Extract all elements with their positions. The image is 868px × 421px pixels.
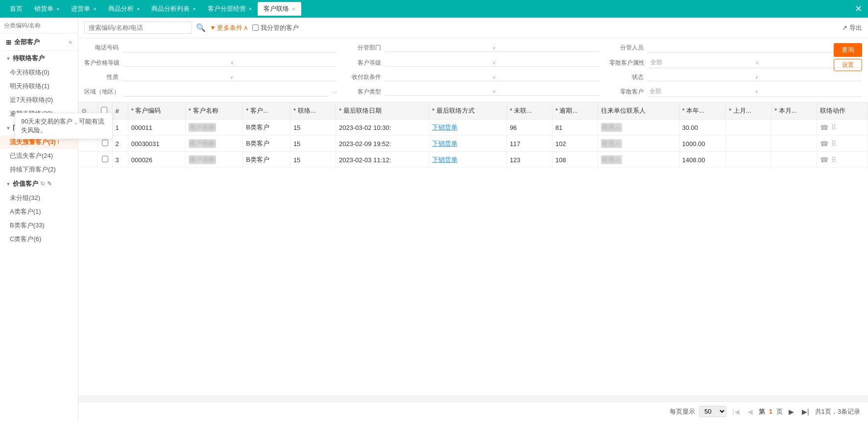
tab-customer-layer-close[interactable]: ×	[249, 6, 252, 12]
table-row: 1 000011 客户名称 B类客户 15 2023-03-02 10:30: …	[78, 120, 868, 136]
sidebar-item-ungroup[interactable]: 未分组(32)	[0, 191, 78, 205]
customer-type-label: 客户类型	[347, 88, 381, 96]
tab-product-list[interactable]: 商品分析列表 ×	[145, 2, 201, 16]
zero-customer-arrow: ∨	[755, 89, 860, 94]
tab-purchase[interactable]: 进货单 ×	[65, 2, 102, 16]
sidebar-collapse-icon[interactable]: «	[69, 39, 72, 46]
action-contact-icon-0[interactable]: ☎	[820, 124, 828, 131]
filter-row-customer-type: 客户类型 ∨	[347, 86, 600, 97]
filter-icon: ▼	[210, 24, 216, 31]
row-not-contacted-1: 117	[506, 136, 552, 152]
action-contact-icon-2[interactable]: ☎	[820, 156, 828, 164]
value-section-refresh-icon[interactable]: ↻	[40, 180, 45, 187]
value-section-edit-icon[interactable]: ✎	[47, 180, 52, 187]
sidebar-search-input[interactable]	[4, 22, 77, 29]
row-last-month-2	[726, 152, 772, 168]
status-arrow: ∨	[755, 74, 860, 80]
sidebar-item-tomorrow[interactable]: 明天待联络(1)	[0, 79, 78, 93]
nature-label: 性质	[84, 73, 119, 81]
th-not-contacted: * 未联...	[506, 102, 552, 120]
payment-select[interactable]: ∨	[385, 74, 600, 81]
region-input[interactable]	[123, 87, 328, 97]
page-size-select[interactable]: 50 100 200	[699, 406, 726, 417]
tab-sales-close[interactable]: ×	[56, 6, 59, 12]
my-customers-checkbox[interactable]	[252, 25, 259, 31]
row-last-date-0: 2023-03-02 10:30:	[336, 120, 429, 136]
sidebar-item-class-c[interactable]: C类客户(6)	[0, 232, 78, 246]
row-settings-2	[78, 152, 97, 168]
tab-customer-contact-close[interactable]: ×	[292, 6, 295, 12]
sidebar-item-7days[interactable]: 近7天待联络(0)	[0, 93, 78, 107]
last-page-button[interactable]: ▶|	[800, 407, 811, 417]
row-not-contacted-0: 96	[506, 120, 552, 136]
filter-row-payment: 收付款条件 ∨	[347, 73, 600, 81]
tab-purchase-close[interactable]: ×	[93, 6, 96, 12]
query-button[interactable]: 查询	[834, 43, 862, 57]
pending-collapse-arrow: ▼	[6, 56, 11, 61]
tab-product-analysis-label: 商品分析	[108, 4, 134, 13]
filter-row-phone: 电话号码	[84, 43, 337, 52]
pending-section-title: 待联络客户	[13, 54, 45, 63]
section-header-pending[interactable]: ▼ 待联络客户	[0, 51, 78, 66]
nature-select[interactable]: ∨	[122, 74, 337, 81]
filter-row-region: 区域（地区） ···	[84, 86, 337, 97]
sidebar-search-bar: 🔍	[0, 18, 78, 34]
tab-product-analysis-close[interactable]: ×	[137, 6, 140, 12]
region-dots[interactable]: ···	[332, 88, 337, 96]
tab-product-list-close[interactable]: ×	[193, 6, 195, 12]
customer-level-select[interactable]: ∨	[385, 59, 600, 67]
customer-table: ⚙ # * 客户编码 * 客户名称 * 客户... * 联络... * 最后联络…	[78, 102, 868, 168]
window-close-button[interactable]: ✕	[853, 1, 864, 16]
row-code-2: 000026	[128, 152, 185, 168]
row-last-method-2: 下销货单	[429, 152, 506, 168]
row-code-1: 00030031	[128, 136, 185, 152]
price-level-label: 客户价格等级	[84, 59, 120, 67]
customer-type-select[interactable]: ∨	[385, 88, 600, 96]
filter-search-input[interactable]	[84, 22, 192, 34]
tab-product-analysis[interactable]: 商品分析 ×	[102, 2, 145, 16]
value-section-title: 价值客户	[13, 179, 38, 188]
status-select[interactable]: ∨	[648, 74, 862, 81]
person-input[interactable]	[648, 43, 853, 52]
sidebar-item-declining[interactable]: 持续下滑客户(2)	[0, 163, 78, 176]
horizontal-scrollbar[interactable]	[78, 396, 868, 401]
tab-customer-contact[interactable]: 客户联络 ×	[258, 2, 301, 16]
action-more-icon-2[interactable]: ⠿	[831, 156, 836, 164]
row-select-2[interactable]	[102, 156, 108, 162]
action-more-icon-1[interactable]: ⠿	[831, 140, 836, 148]
sidebar-all-customers[interactable]: ⊞ 全部客户 «	[0, 34, 78, 51]
zero-customer-label: 零散客户	[609, 88, 644, 96]
zero-customer-select[interactable]: 全部 ∨	[648, 86, 862, 97]
tab-purchase-label: 进货单	[71, 4, 90, 13]
filter-more-button[interactable]: ▼ 更多条件 ∧	[210, 24, 248, 32]
tab-home[interactable]: 首页	[4, 2, 28, 16]
phone-input[interactable]	[122, 43, 337, 52]
grid-icon: ⊞	[6, 39, 11, 46]
dept-select[interactable]: ∨	[385, 44, 600, 52]
next-page-button[interactable]: ▶	[787, 407, 796, 417]
price-level-arrow: ∨	[230, 60, 335, 65]
page-total: 共1页，3条记录	[815, 407, 860, 416]
prev-page-button[interactable]: ◀	[746, 407, 755, 417]
zero-attr-select[interactable]: 全部 ∨	[649, 57, 862, 68]
sidebar-item-today[interactable]: 今天待联络(0)	[0, 66, 78, 79]
tab-customer-layer[interactable]: 客户分层经营 ×	[202, 2, 258, 16]
dept-arrow: ∨	[492, 45, 598, 50]
sidebar-item-churned[interactable]: 已流失客户(24)	[0, 149, 78, 163]
row-overdue-2: 108	[552, 152, 598, 168]
zero-attr-label: 零散客户属性	[609, 59, 645, 67]
price-level-select[interactable]: ∨	[123, 59, 337, 67]
section-header-value[interactable]: ▼ 价值客户 ↻ ✎	[0, 176, 78, 191]
action-more-icon-0[interactable]: ⠿	[831, 124, 836, 131]
settings-button[interactable]: 设置	[834, 59, 862, 71]
filter-search-button[interactable]: 🔍	[196, 23, 206, 32]
row-select-1[interactable]	[102, 140, 108, 146]
my-customers-checkbox-label[interactable]: 我分管的客户	[252, 24, 299, 32]
action-contact-icon-1[interactable]: ☎	[820, 140, 828, 148]
export-button[interactable]: ↗ 导出	[842, 24, 862, 32]
row-category-2: B类客户	[243, 152, 290, 168]
sidebar-item-class-b[interactable]: B类客户(33)	[0, 219, 78, 232]
tab-sales[interactable]: 销货单 ×	[28, 2, 65, 16]
sidebar-item-class-a[interactable]: A类客户(1)	[0, 205, 78, 219]
first-page-button[interactable]: |◀	[730, 407, 742, 417]
